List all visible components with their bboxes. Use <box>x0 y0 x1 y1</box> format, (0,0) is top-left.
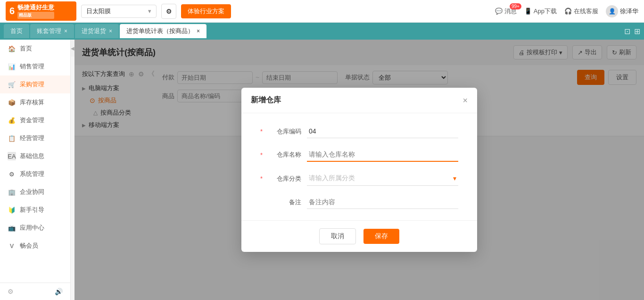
tab-purchase-stats[interactable]: 进货单统计表（按商品） × <box>120 24 206 38</box>
sidebar-item-system-label: 系统管理 <box>20 170 44 178</box>
trial-button[interactable]: 体验行业方案 <box>181 4 231 18</box>
sidebar-item-sales-label: 销售管理 <box>20 62 44 71</box>
app-download-button[interactable]: 📱 App下载 <box>524 7 557 16</box>
sidebar-bottom: ⚙ 🔊 <box>0 283 70 300</box>
main-layout: 🏠 首页 📊 销售管理 🛒 采购管理 📦 库存核算 💰 资金管理 📋 经营管理 … <box>0 40 644 300</box>
dialog-close-button[interactable]: × <box>462 96 468 105</box>
tab-purchase-stats-close[interactable]: × <box>197 28 200 34</box>
tab-bar: 首页 账套管理 × 进货退货 × 进货单统计表（按商品） × ⊡ ⊞ <box>0 23 644 40</box>
system-icon: ⚙ <box>8 170 16 178</box>
logo-badge: 精品版 <box>17 12 54 19</box>
sidebar-item-guide[interactable]: 🔰 新手引导 <box>0 201 70 219</box>
warehouse-name-row: * 仓库名称 <box>260 148 458 162</box>
sidebar-item-finance[interactable]: 💰 资金管理 <box>0 111 70 129</box>
sidebar-item-operations[interactable]: 📋 经营管理 <box>0 129 70 147</box>
warehouse-name-input[interactable] <box>307 148 458 162</box>
warehouse-category-placeholder: 请输入所属分类 <box>309 174 355 183</box>
warehouse-note-input[interactable] <box>307 195 458 209</box>
tab-purchase-return[interactable]: 进货退货 × <box>75 24 119 38</box>
tab-home-label: 首页 <box>10 27 23 35</box>
warehouse-code-label: 仓库编码 <box>268 127 301 136</box>
dialog-title: 新增仓库 <box>251 95 281 105</box>
header-right: 💬 消息 99+ 📱 App下载 🎧 在线客服 👤 徐泽华 <box>495 5 638 17</box>
tab-account[interactable]: 账套管理 × <box>30 24 74 38</box>
basic-icon: EA <box>8 152 16 160</box>
sidebar-item-purchase[interactable]: 🛒 采购管理 <box>0 75 70 93</box>
warehouse-code-row: * 仓库编码 <box>260 125 458 138</box>
user-area[interactable]: 👤 徐泽华 <box>606 5 638 17</box>
home-icon: 🏠 <box>8 44 16 53</box>
finance-icon: 💰 <box>8 116 16 125</box>
tab-purchase-return-label: 进货退货 <box>82 27 106 35</box>
save-button[interactable]: 保存 <box>363 229 399 244</box>
sidebar-volume-icon[interactable]: 🔊 <box>55 288 63 295</box>
sidebar-toggle[interactable]: ◀ <box>71 40 74 57</box>
user-avatar: 👤 <box>606 5 618 17</box>
appstore-icon: 📺 <box>8 224 16 232</box>
sidebar-item-purchase-label: 采购管理 <box>20 80 44 89</box>
purchase-icon: 🛒 <box>8 80 16 89</box>
sidebar-item-basic-label: 基础信息 <box>20 152 44 160</box>
tab-bar-controls: ⊡ ⊞ <box>624 27 640 36</box>
store-selector[interactable]: 日太阳膜 ▾ <box>81 5 157 18</box>
category-chevron-icon: ▾ <box>453 175 456 182</box>
service-button[interactable]: 🎧 在线客服 <box>564 7 598 16</box>
sidebar-item-membership[interactable]: V 畅会员 <box>0 237 70 255</box>
tab-purchase-return-close[interactable]: × <box>109 28 112 34</box>
store-name: 日太阳膜 <box>86 7 111 16</box>
service-label: 在线客服 <box>574 7 598 16</box>
warehouse-code-input[interactable] <box>307 125 458 138</box>
sidebar-item-sales[interactable]: 📊 销售管理 <box>0 58 70 75</box>
inventory-icon: 📦 <box>8 98 16 107</box>
sidebar-item-appstore-label: 应用中心 <box>20 224 44 232</box>
sidebar: 🏠 首页 📊 销售管理 🛒 采购管理 📦 库存核算 💰 资金管理 📋 经营管理 … <box>0 40 71 300</box>
required-star-code: * <box>260 128 263 135</box>
guide-icon: 🔰 <box>8 206 16 214</box>
content-area: 进货单统计(按商品) 🖨 按模板打印 ▾ ↗ 导出 ↻ 刷新 <box>74 40 644 300</box>
dialog-overlay: 新增仓库 × * 仓库编码 * 仓库名称 <box>74 40 644 300</box>
warehouse-note-label: 备注 <box>268 198 301 207</box>
chevron-left-icon: ◀ <box>71 46 74 51</box>
enterprise-icon: 🏢 <box>8 188 16 196</box>
warehouse-category-select[interactable]: 请输入所属分类 ▾ <box>307 171 458 186</box>
message-button[interactable]: 💬 消息 99+ <box>495 7 517 16</box>
sidebar-item-inventory[interactable]: 📦 库存核算 <box>0 93 70 111</box>
warehouse-name-label: 仓库名称 <box>268 150 301 159</box>
tab-expand-button[interactable]: ⊞ <box>634 27 640 36</box>
dialog-body: * 仓库编码 * 仓库名称 * 仓库分类 <box>241 113 477 220</box>
required-star-category: * <box>260 175 263 182</box>
tab-purchase-stats-label: 进货单统计表（按商品） <box>126 27 194 35</box>
dialog-footer: 取消 保存 <box>241 220 477 252</box>
warehouse-category-label: 仓库分类 <box>268 175 301 183</box>
logo-icon: 6 <box>9 6 15 17</box>
sidebar-item-system[interactable]: ⚙ 系统管理 <box>0 165 70 183</box>
tab-account-close[interactable]: × <box>64 28 67 34</box>
required-star-name: * <box>260 151 263 158</box>
sidebar-item-membership-label: 畅会员 <box>20 242 38 250</box>
tab-home[interactable]: 首页 <box>4 24 29 38</box>
message-icon: 💬 <box>495 8 503 15</box>
mobile-icon: 📱 <box>524 8 532 15</box>
logo-text: 畅捷通好生意 精品版 <box>17 3 54 19</box>
sidebar-item-home-label: 首页 <box>20 44 32 53</box>
warehouse-category-row: * 仓库分类 请输入所属分类 ▾ <box>260 171 458 186</box>
sidebar-item-enterprise[interactable]: 🏢 企业协同 <box>0 183 70 201</box>
headphone-icon: 🎧 <box>564 8 572 15</box>
top-header: 6 畅捷通好生意 精品版 日太阳膜 ▾ ⚙ 体验行业方案 💬 消息 99+ 📱 … <box>0 0 644 23</box>
sidebar-item-basic[interactable]: EA 基础信息 <box>0 147 70 165</box>
gear-button[interactable]: ⚙ <box>161 4 176 19</box>
add-warehouse-dialog: 新增仓库 × * 仓库编码 * 仓库名称 <box>241 88 477 252</box>
dialog-header: 新增仓库 × <box>241 88 477 113</box>
tab-restore-button[interactable]: ⊡ <box>624 27 630 36</box>
app-download-label: App下载 <box>534 7 557 16</box>
sidebar-item-operations-label: 经营管理 <box>20 134 44 142</box>
tab-account-label: 账套管理 <box>37 27 61 35</box>
sidebar-item-enterprise-label: 企业协同 <box>20 188 44 196</box>
membership-icon: V <box>8 242 16 250</box>
operations-icon: 📋 <box>8 134 16 142</box>
sidebar-item-appstore[interactable]: 📺 应用中心 <box>0 219 70 237</box>
cancel-button[interactable]: 取消 <box>319 228 356 244</box>
sidebar-item-home[interactable]: 🏠 首页 <box>0 40 70 58</box>
sidebar-settings-icon[interactable]: ⚙ <box>8 288 14 295</box>
sales-icon: 📊 <box>8 62 16 71</box>
